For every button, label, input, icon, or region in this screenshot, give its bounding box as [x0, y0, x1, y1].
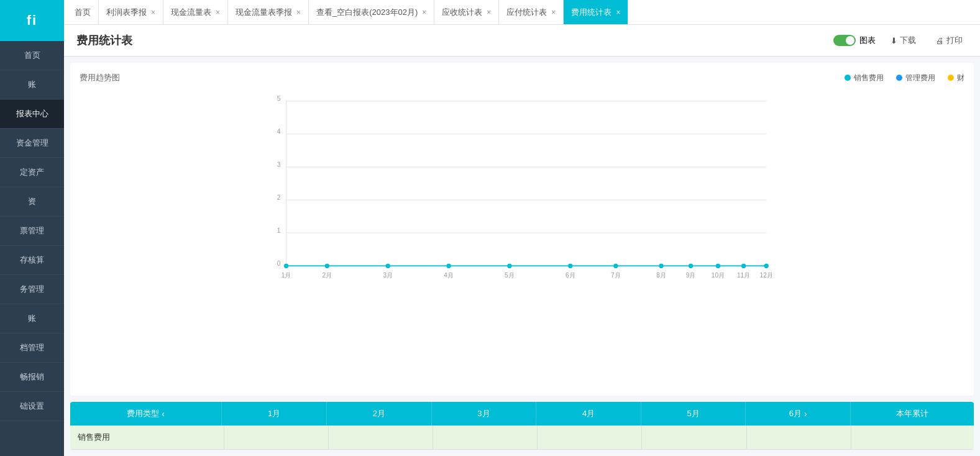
legend-label-sales: 销售费用: [854, 73, 884, 83]
tab-expense-stats[interactable]: 费用统计表 ×: [564, 0, 628, 24]
tab-payable[interactable]: 应付统计表 ×: [499, 0, 564, 24]
tab-receivable-close[interactable]: ×: [487, 8, 491, 17]
th-m2-label: 2月: [373, 408, 385, 419]
th-m3-label: 3月: [477, 408, 490, 419]
svg-point-18: [568, 264, 572, 268]
tab-cash-flow-quarterly-label: 现金流量表季报: [236, 7, 292, 18]
tab-cash-flow-quarterly-close[interactable]: ×: [296, 8, 301, 17]
svg-text:6月: 6月: [566, 272, 575, 279]
svg-text:3: 3: [277, 161, 281, 168]
sidebar-item-basic-settings[interactable]: 础设置: [0, 392, 64, 421]
sidebar-item-fund-management[interactable]: 资金管理: [0, 129, 64, 158]
tab-cash-flow-close[interactable]: ×: [216, 8, 220, 17]
tab-expense-stats-close[interactable]: ×: [616, 8, 620, 17]
tab-cash-flow[interactable]: 现金流量表 ×: [163, 0, 228, 24]
tab-payable-label: 应付统计表: [506, 7, 547, 18]
print-button[interactable]: 🖨 打印: [931, 32, 968, 49]
td-m3: [433, 426, 538, 449]
main-content: 首页 利润表季报 × 现金流量表 × 现金流量表季报 × 查看_空白报表(202…: [64, 0, 980, 456]
th-nav-next[interactable]: ›: [804, 409, 807, 419]
svg-point-14: [325, 264, 329, 268]
svg-text:9月: 9月: [686, 272, 696, 279]
print-label: 打印: [946, 35, 963, 46]
chart-svg: 0 1 2 3 4 5: [80, 90, 964, 289]
download-button[interactable]: ⬇ 下载: [886, 32, 921, 49]
table-header-row: 费用类型 ‹ 1月 2月 3月 4月 5月 6月 › 本年累: [70, 402, 974, 426]
tab-receivable[interactable]: 应收统计表 ×: [434, 0, 499, 24]
td-ytd: [851, 426, 974, 449]
sidebar: fi 首页 账 报表中心 资金管理 定资产 资 票管理 存核算 务管理 账 档管…: [0, 0, 64, 456]
tab-payable-close[interactable]: ×: [551, 8, 556, 17]
svg-point-17: [507, 264, 511, 268]
td-m5: [642, 426, 746, 449]
th-m1-label: 1月: [268, 408, 280, 419]
toggle-label: 图表: [859, 35, 876, 46]
tab-blank-report-close[interactable]: ×: [422, 8, 426, 17]
svg-point-24: [764, 264, 768, 268]
tab-profit-quarterly-close[interactable]: ×: [151, 8, 155, 17]
svg-point-13: [284, 264, 288, 268]
th-m6-label: 6月: [789, 408, 802, 419]
tab-cash-flow-quarterly[interactable]: 现金流量表季报 ×: [228, 0, 309, 24]
th-m5: 5月: [641, 402, 746, 426]
svg-point-15: [386, 264, 390, 268]
svg-text:0: 0: [277, 260, 281, 267]
legend-item-sales: 销售费用: [845, 73, 884, 83]
tab-home[interactable]: 首页: [67, 0, 99, 24]
table-row: 销售费用: [70, 426, 974, 450]
page-header: 费用统计表 图表 ⬇ 下载 🖨 打印: [64, 25, 980, 57]
sidebar-item-ticket-management[interactable]: 票管理: [0, 216, 64, 246]
sidebar-logo: fi: [0, 0, 64, 41]
svg-text:12月: 12月: [760, 272, 773, 279]
svg-text:10月: 10月: [712, 272, 725, 279]
tab-profit-quarterly[interactable]: 利润表季报 ×: [99, 0, 163, 24]
td-m1: [224, 426, 329, 449]
page-title: 费用统计表: [76, 33, 132, 48]
th-type-label: 费用类型: [127, 408, 159, 419]
td-m4: [538, 426, 642, 449]
svg-text:8月: 8月: [656, 272, 666, 279]
tab-expense-stats-label: 费用统计表: [571, 7, 611, 18]
chart-legend: 销售费用 管理费用 财: [845, 73, 964, 83]
legend-dot-sales: [845, 75, 851, 81]
svg-point-21: [689, 264, 693, 268]
th-m4: 4月: [536, 402, 641, 426]
chart-area: 费用趋势图 销售费用 管理费用 财 0 1: [70, 63, 974, 396]
sidebar-item-home[interactable]: 首页: [0, 41, 64, 70]
tab-blank-report-label: 查看_空白报表(2023年02月): [316, 7, 418, 18]
sidebar-item-expense-write-off[interactable]: 畅报销: [0, 363, 64, 392]
sidebar-item-account[interactable]: 账: [0, 70, 64, 100]
sidebar-item-investment[interactable]: 资: [0, 187, 64, 216]
td-m6: [747, 426, 851, 449]
svg-text:1: 1: [277, 227, 281, 234]
legend-dot-finance: [948, 75, 954, 81]
header-actions: 图表 ⬇ 下载 🖨 打印: [833, 32, 968, 49]
svg-text:3月: 3月: [383, 272, 393, 279]
chart-title: 费用趋势图: [80, 72, 120, 83]
sidebar-item-sub-account[interactable]: 账: [0, 304, 64, 333]
svg-text:11月: 11月: [737, 272, 750, 279]
th-nav-prev[interactable]: ‹: [162, 409, 165, 419]
svg-point-16: [446, 264, 451, 268]
sidebar-item-report-center[interactable]: 报表中心: [0, 100, 64, 129]
sidebar-item-fixed-assets[interactable]: 定资产: [0, 158, 64, 187]
tab-home-label: 首页: [75, 7, 91, 18]
sidebar-item-service-management[interactable]: 务管理: [0, 275, 64, 304]
svg-point-19: [613, 264, 618, 268]
chart-toggle[interactable]: [833, 35, 856, 46]
svg-text:2: 2: [277, 194, 281, 201]
td-m2: [329, 426, 433, 449]
th-m2: 2月: [327, 402, 432, 426]
legend-label-finance: 财: [957, 73, 964, 83]
th-m6: 6月 ›: [746, 402, 851, 426]
tab-profit-quarterly-label: 利润表季报: [106, 7, 147, 18]
chart-header: 费用趋势图 销售费用 管理费用 财: [80, 72, 964, 83]
td-type-value: 销售费用: [78, 432, 110, 442]
sidebar-item-archive-management[interactable]: 档管理: [0, 333, 64, 363]
tab-blank-report[interactable]: 查看_空白报表(2023年02月) ×: [309, 0, 434, 24]
download-icon: ⬇: [891, 36, 897, 45]
th-m1: 1月: [222, 402, 327, 426]
sidebar-item-inventory[interactable]: 存核算: [0, 246, 64, 275]
svg-text:5: 5: [277, 95, 281, 102]
print-icon: 🖨: [936, 36, 944, 45]
